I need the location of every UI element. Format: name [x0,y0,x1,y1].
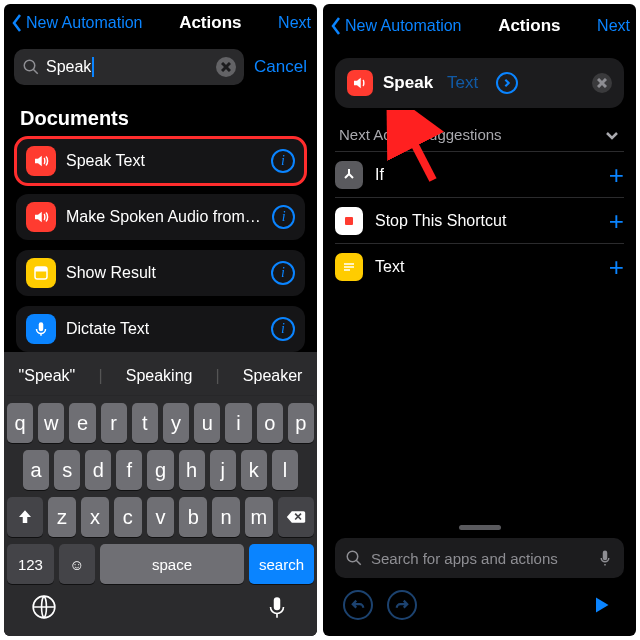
right-screenshot: New Automation Actions Next Speak Text [323,4,636,636]
action-label: Dictate Text [66,320,149,338]
microphone-icon[interactable] [596,549,614,567]
key-f[interactable]: f [116,450,142,490]
action-list: Speak Text i Make Spoken Audio from Text… [4,138,317,352]
action-dictate-text[interactable]: Dictate Text i [16,306,305,352]
key-s[interactable]: s [54,450,80,490]
result-icon [26,258,56,288]
search-icon [345,549,363,567]
key-k[interactable]: k [241,450,267,490]
nav-title: Actions [498,16,560,36]
key-d[interactable]: d [85,450,111,490]
key-backspace[interactable] [278,497,314,537]
text-caret [92,57,94,77]
key-u[interactable]: u [194,403,220,443]
key-m[interactable]: m [245,497,273,537]
suggestion-text[interactable]: Text + [335,243,624,289]
key-h[interactable]: h [179,450,205,490]
svg-line-21 [356,560,361,565]
next-button[interactable]: Next [597,17,630,35]
action-search-input[interactable]: Search for apps and actions [335,538,624,578]
next-button[interactable]: Next [278,14,311,32]
back-button[interactable]: New Automation [10,13,143,33]
key-r[interactable]: r [101,403,127,443]
footer: Search for apps and actions [323,517,636,636]
add-button[interactable]: + [609,208,624,234]
suggestions-title: Next Action Suggestions [339,126,502,143]
search-input[interactable]: Speak [14,49,244,85]
key-emoji[interactable]: ☺ [59,544,95,584]
key-t[interactable]: t [132,403,158,443]
key-o[interactable]: o [257,403,283,443]
key-b[interactable]: b [179,497,207,537]
key-n[interactable]: n [212,497,240,537]
action-label: Speak Text [66,152,145,170]
key-numeric[interactable]: 123 [7,544,54,584]
action-make-spoken-audio[interactable]: Make Spoken Audio from Text i [16,194,305,240]
section-header: Documents [4,93,317,138]
suggestion-stop[interactable]: Stop This Shortcut + [335,197,624,243]
action-label: Make Spoken Audio from Text [66,208,262,226]
left-screenshot: New Automation Actions Next Speak Cancel… [4,4,317,636]
key-c[interactable]: c [114,497,142,537]
clear-search-button[interactable] [216,57,236,77]
key-z[interactable]: z [48,497,76,537]
key-j[interactable]: j [210,450,236,490]
suggestion-if[interactable]: If + [335,151,624,197]
info-button[interactable]: i [272,205,295,229]
dictation-icon[interactable] [264,594,290,624]
suggestion-label: If [375,166,384,184]
run-button[interactable] [586,590,616,620]
key-q[interactable]: q [7,403,33,443]
key-x[interactable]: x [81,497,109,537]
undo-button[interactable] [343,590,373,620]
remove-action-button[interactable] [592,73,612,93]
suggestions-header[interactable]: Next Action Suggestions [335,118,624,151]
chevron-down-icon [604,127,620,143]
search-query: Speak [46,58,91,76]
cancel-button[interactable]: Cancel [254,57,307,77]
back-button[interactable]: New Automation [329,16,462,36]
speaker-icon [347,70,373,96]
stop-icon [335,207,363,235]
keyboard-candidates[interactable]: "Speak" | Speaking | Speaker [7,356,314,396]
info-button[interactable]: i [271,317,295,341]
globe-icon[interactable] [31,594,57,624]
svg-point-20 [347,551,358,562]
redo-button[interactable] [387,590,417,620]
key-a[interactable]: a [23,450,49,490]
svg-rect-16 [345,217,353,225]
back-label: New Automation [26,14,143,32]
expand-button[interactable] [496,72,518,94]
key-g[interactable]: g [147,450,173,490]
action-speak-text[interactable]: Speak Text i [16,138,305,184]
speak-action-block[interactable]: Speak Text [335,58,624,108]
action-show-result[interactable]: Show Result i [16,250,305,296]
key-i[interactable]: i [225,403,251,443]
info-button[interactable]: i [271,149,295,173]
key-search[interactable]: search [249,544,314,584]
key-e[interactable]: e [69,403,95,443]
text-icon [335,253,363,281]
candidate[interactable]: Speaker [243,367,303,385]
key-shift[interactable] [7,497,43,537]
add-button[interactable]: + [609,162,624,188]
info-button[interactable]: i [271,261,295,285]
speak-param[interactable]: Text [447,73,478,93]
candidate[interactable]: Speaking [126,367,193,385]
branch-icon [335,161,363,189]
svg-rect-5 [35,267,47,272]
nav-bar: New Automation Actions Next [323,4,636,48]
action-label: Show Result [66,264,156,282]
key-y[interactable]: y [163,403,189,443]
keyboard: "Speak" | Speaking | Speaker q w e r t y… [4,352,317,636]
key-p[interactable]: p [288,403,314,443]
candidate[interactable]: "Speak" [19,367,76,385]
key-v[interactable]: v [147,497,175,537]
key-l[interactable]: l [272,450,298,490]
key-w[interactable]: w [38,403,64,443]
svg-line-1 [33,69,38,74]
speaker-icon [26,146,56,176]
key-space[interactable]: space [100,544,244,584]
add-button[interactable]: + [609,254,624,280]
drag-handle[interactable] [459,525,501,530]
